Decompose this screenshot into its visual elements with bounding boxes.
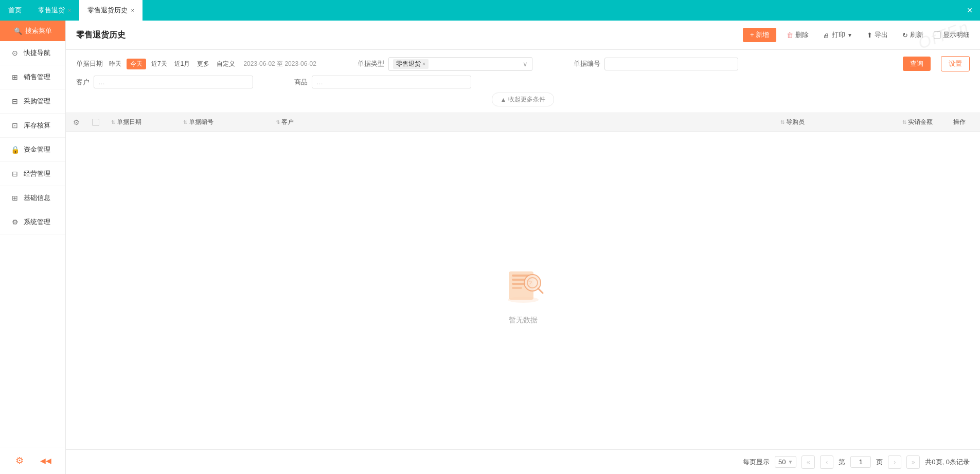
th-voucher-date[interactable]: ⇅ 单据日期	[105, 118, 177, 126]
th-guide[interactable]: ⇅ 导购员	[774, 118, 867, 126]
collapse-label: 收起更多条件	[508, 95, 545, 104]
sort-icon-amount: ⇅	[902, 119, 906, 125]
tab-retail-return[interactable]: 零售退货×	[30, 0, 79, 21]
export-icon: ⬆	[867, 31, 872, 39]
sidebar-label-system: 系统管理	[24, 217, 50, 227]
voucher-no-input[interactable]	[604, 58, 738, 70]
date-shortcut-近7天[interactable]: 近7天	[149, 59, 169, 69]
page-input[interactable]	[850, 456, 871, 468]
filter-voucher-date: 单据日期 昨天今天近7天近1月更多自定义 2023-06-02 至 2023-0…	[76, 59, 316, 69]
date-shortcut-昨天[interactable]: 昨天	[107, 59, 123, 69]
date-shortcut-更多[interactable]: 更多	[195, 59, 211, 69]
collapse-button[interactable]: ▲ 收起更多条件	[492, 93, 555, 106]
voucher-type-select[interactable]: 零售退货 × ∨	[388, 57, 532, 71]
refresh-button[interactable]: ↻ 刷新	[898, 28, 928, 42]
th-actual-amount[interactable]: ⇅ 实销金额	[867, 118, 939, 126]
sidebar-item-basic-info[interactable]: ⊞ 基础信息	[0, 186, 65, 210]
print-icon: 🖨	[823, 31, 830, 39]
window-close-button[interactable]: ×	[959, 0, 980, 21]
date-shortcut-自定义[interactable]: 自定义	[215, 59, 237, 69]
sidebar-icon-finance: 🔒	[10, 145, 20, 154]
sidebar-item-purchase-mgmt[interactable]: ⊟ 采购管理	[0, 89, 65, 114]
sidebar-search-label: 搜索菜单	[25, 26, 52, 35]
empty-state: ? 暂无数据	[66, 132, 980, 449]
sidebar-item-operations[interactable]: ⊟ 经营管理	[0, 162, 65, 186]
sidebar-item-system[interactable]: ⚙ 系统管理	[0, 210, 65, 234]
settings-button[interactable]: 设置	[941, 56, 970, 71]
sort-icon-voucher: ⇅	[183, 119, 187, 125]
tab-home[interactable]: 首页	[0, 0, 30, 21]
table-select-all-checkbox[interactable]	[86, 119, 105, 126]
sort-icon-customer: ⇅	[276, 119, 280, 125]
tab-label-home: 首页	[8, 6, 22, 15]
print-button[interactable]: 🖨 打印 ▼	[819, 28, 857, 42]
page-label: 页	[876, 458, 883, 467]
page-header: 零售退货历史 + 新增 🗑 删除 🖨 打印 ▼ ⬆ 导出 ↻	[66, 21, 980, 50]
voucher-type-tag: 零售退货 ×	[393, 59, 429, 69]
add-button[interactable]: + 新增	[743, 28, 776, 42]
refresh-icon: ↻	[902, 31, 908, 39]
search-icon: 🔍	[14, 27, 22, 35]
checkbox-icon	[934, 31, 941, 39]
date-shortcut-今天[interactable]: 今天	[127, 59, 146, 69]
filter-customer-label: 客户	[76, 78, 90, 87]
per-page-select[interactable]: 50 ▼	[775, 456, 796, 468]
voucher-type-tag-close[interactable]: ×	[422, 61, 425, 67]
content-area: 零售退货历史 + 新增 🗑 删除 🖨 打印 ▼ ⬆ 导出 ↻	[66, 21, 980, 474]
table-area: ⚙ ⇅ 单据日期 ⇅ 单据编号 ⇅ 客户 ⇅ 导购员	[66, 113, 980, 474]
filter-date-label: 单据日期	[76, 59, 103, 68]
per-page-arrow-icon: ▼	[788, 459, 793, 465]
delete-button[interactable]: 🗑 删除	[782, 28, 813, 42]
table-footer: 每页显示 50 ▼ « ‹ 第 页 › » 共0页, 0条记录	[66, 449, 980, 474]
query-button[interactable]: 查询	[903, 57, 931, 71]
sidebar-settings-icon[interactable]: ⚙	[12, 453, 27, 468]
go-first-button[interactable]: «	[801, 455, 815, 469]
show-detail-checkbox[interactable]: 显示明细	[934, 30, 970, 40]
tab-retail-return-history[interactable]: 零售退货历史×	[79, 0, 142, 21]
customer-input[interactable]: …	[94, 76, 253, 88]
go-prev-button[interactable]: ‹	[820, 455, 833, 469]
tab-list: 首页零售退货×零售退货历史×	[0, 0, 959, 21]
sort-icon-date: ⇅	[111, 119, 115, 125]
delete-icon: 🗑	[787, 31, 793, 39]
sidebar-item-quick-nav[interactable]: ⊙ 快捷导航	[0, 41, 65, 65]
filter-goods: 商品 …	[294, 76, 471, 88]
filter-area: 单据日期 昨天今天近7天近1月更多自定义 2023-06-02 至 2023-0…	[66, 50, 980, 113]
sidebar-search-button[interactable]: 🔍 搜索菜单	[0, 21, 65, 41]
go-last-button[interactable]: »	[906, 455, 920, 469]
svg-rect-5	[512, 287, 522, 289]
per-page-value: 50	[778, 458, 786, 466]
empty-illustration: ?	[497, 256, 549, 307]
goods-input[interactable]: …	[312, 76, 471, 88]
page-word: 第	[839, 458, 845, 467]
th-customer[interactable]: ⇅ 客户	[270, 118, 774, 126]
tab-close-retail-return[interactable]: ×	[68, 7, 71, 13]
per-page-label: 每页显示	[743, 458, 770, 467]
filter-row-2: 客户 … 商品 …	[76, 76, 970, 88]
go-next-button[interactable]: ›	[888, 455, 901, 469]
filter-row-1: 单据日期 昨天今天近7天近1月更多自定义 2023-06-02 至 2023-0…	[76, 56, 970, 71]
sidebar-icon-basic-info: ⊞	[10, 193, 20, 203]
sidebar: 🔍 搜索菜单 ⊙ 快捷导航 ⊞ 销售管理 ⊟ 采购管理 ⊡ 库存核算 🔒 资金管…	[0, 21, 66, 474]
filter-type-label: 单据类型	[358, 59, 384, 68]
sidebar-item-finance[interactable]: 🔒 资金管理	[0, 138, 65, 162]
filter-customer: 客户 …	[76, 76, 253, 88]
sidebar-item-inventory[interactable]: ⊡ 库存核算	[0, 114, 65, 138]
top-bar: 首页零售退货×零售退货历史× ×	[0, 0, 980, 21]
collapse-icon: ▲	[501, 96, 507, 103]
page-title: 零售退货历史	[76, 30, 126, 48]
sidebar-audio-icon[interactable]: ◀◀	[39, 453, 53, 468]
sidebar-label-finance: 资金管理	[24, 145, 50, 154]
table-settings-icon[interactable]: ⚙	[66, 118, 86, 126]
tab-close-retail-return-history[interactable]: ×	[131, 7, 134, 13]
date-shortcuts: 昨天今天近7天近1月更多自定义	[107, 59, 237, 69]
export-button[interactable]: ⬆ 导出	[863, 28, 892, 42]
filter-voucher-no: 单据编号	[574, 58, 738, 70]
sidebar-icon-operations: ⊟	[10, 169, 20, 178]
th-voucher-no[interactable]: ⇅ 单据编号	[177, 118, 270, 126]
sidebar-item-sales-mgmt[interactable]: ⊞ 销售管理	[0, 65, 65, 89]
sidebar-label-basic-info: 基础信息	[24, 193, 50, 203]
date-shortcut-近1月[interactable]: 近1月	[172, 59, 192, 69]
main-layout: 🔍 搜索菜单 ⊙ 快捷导航 ⊞ 销售管理 ⊟ 采购管理 ⊡ 库存核算 🔒 资金管…	[0, 21, 980, 474]
filter-voucherno-label: 单据编号	[574, 59, 600, 68]
